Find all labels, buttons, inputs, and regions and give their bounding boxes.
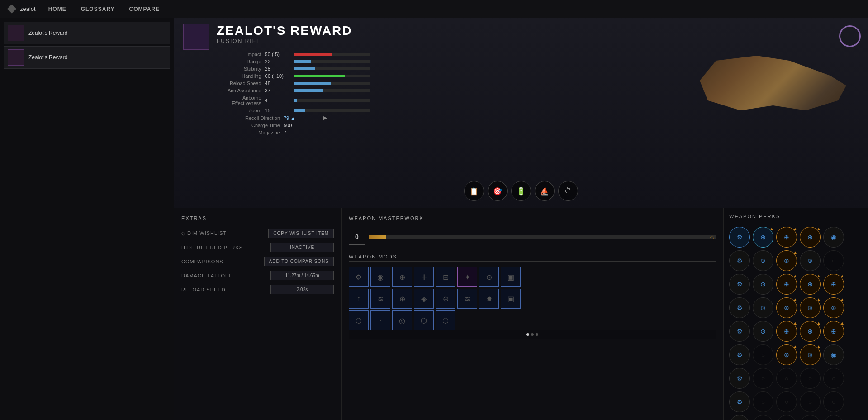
perk-1-3[interactable]: ⊕ [800,250,821,271]
stat-value-impact: 50 (-5) [265,52,290,57]
mod-slot-5[interactable]: ✦ [457,267,477,287]
mod-slot-17[interactable]: · [370,310,390,330]
nav-glossary[interactable]: GLOSSARY [79,6,117,12]
perk-5-1[interactable]: ○ [753,344,773,365]
perk-4-0[interactable]: ⚙ [729,321,750,342]
perk-2-3[interactable]: ⊕▲ [800,274,821,295]
perk-6-0[interactable]: ⚙ [729,368,750,389]
mod-slot-7[interactable]: ▣ [501,267,521,287]
nav-home[interactable]: HOME [47,6,68,12]
bottom-icon-ship[interactable]: ⛵ [535,181,555,201]
perk-2-4[interactable]: ⊕▲ [823,274,844,295]
dot-0 [526,333,529,336]
stat-row-stability: Stability 28 [217,66,370,72]
perk-3-0[interactable]: ⚙ [729,297,750,318]
stat-row-reload: Reload Speed 48 [217,81,370,86]
bottom-icon-clock[interactable]: ⏱ [558,181,578,201]
mod-slot-12[interactable]: ⊕ [436,289,455,309]
masterwork-bar-end-icon: ◇ [710,234,714,240]
perk-5-0[interactable]: ⚙ [729,344,750,365]
mod-slot-19[interactable]: ⬡ [414,310,434,330]
perk-3-4[interactable]: ⊕▲ [823,297,844,318]
perk-0-1[interactable]: ⊕▲ [753,227,773,248]
perk-7-4[interactable]: ○ [823,391,844,412]
perk-7-1[interactable]: ○ [753,391,773,412]
sidebar-thumb-1 [8,49,24,66]
mod-slot-14[interactable]: ✸ [479,289,499,309]
perk-4-4[interactable]: ⊕▲ [823,321,844,342]
masterwork-bar[interactable]: ◇ [369,235,716,239]
stat-label-stability: Stability [217,66,261,72]
perk-7-0[interactable]: ⚙ [729,391,750,412]
stat-fill-aim [294,89,323,92]
bottom-icon-notes[interactable]: 📋 [464,181,484,201]
perk-0-3[interactable]: ⊕▲ [800,227,821,248]
add-to-comparisons-button[interactable]: ADD TO COMPARISONS [264,257,334,266]
perk-0-0[interactable]: ⚙ [729,227,750,248]
perk-1-1[interactable]: ⊙ [753,250,773,271]
perk-5-3[interactable]: ⊕▲ [800,344,821,365]
perk-3-1[interactable]: ⊙ [753,297,773,318]
mod-slot-0[interactable]: ⚙ [349,267,369,287]
perk-6-4[interactable]: ○ [823,368,844,389]
stat-row-handling: Handling 66 (+10) [217,73,370,79]
mod-slot-3[interactable]: ✛ [414,267,434,287]
stat-value-airborne: 4 [265,98,290,103]
mod-slot-18[interactable]: ◎ [392,310,412,330]
mod-slot-6[interactable]: ⊙ [479,267,499,287]
sidebar: Zealot's Reward Zealot's Reward [0,18,174,420]
stat-bar-stability [294,67,370,70]
mod-slot-11[interactable]: ◈ [414,289,434,309]
perk-1-2[interactable]: ⊕▲ [776,250,797,271]
sidebar-item-1[interactable]: Zealot's Reward [4,46,170,69]
perk-2-2[interactable]: ⊕▲ [776,274,797,295]
masterwork-bar-row: 0 ◇ [349,229,716,245]
mod-slot-1[interactable]: ◉ [370,267,390,287]
masterwork-circle [839,25,861,47]
perks-grid: ⚙ ⊕▲ ⊕▲ ⊕▲ ◉ ⚙ ⊙ ⊕▲ ⊕ ○ ⚙ ⊙ ⊕▲ ⊕▲ ⊕▲ [729,227,863,420]
mod-slot-13[interactable]: ≋ [457,289,477,309]
perk-6-1[interactable]: ○ [753,368,773,389]
nav-compare[interactable]: COMPARE [128,6,161,12]
mod-slot-8[interactable]: ↑ [349,289,369,309]
bottom-icon-target[interactable]: 🎯 [488,181,508,201]
perk-6-3[interactable]: ○ [800,368,821,389]
mod-slot-16[interactable]: ⬡ [349,310,369,330]
perk-8-0[interactable]: ⚙ [729,415,750,420]
perk-7-3[interactable]: ○ [800,391,821,412]
perk-3-3[interactable]: ⊕▲ [800,297,821,318]
perk-5-2[interactable]: ⊕▲ [776,344,797,365]
perk-4-3[interactable]: ⊕▲ [800,321,821,342]
perk-2-1[interactable]: ⊙ [753,274,773,295]
perk-8-4[interactable]: ○ [823,415,844,420]
perk-0-2[interactable]: ⊕▲ [776,227,797,248]
perk-7-2[interactable]: ○ [776,391,797,412]
mod-slot-2[interactable]: ⊕ [392,267,412,287]
inactive-button[interactable]: INACTIVE [270,243,334,252]
extras-panel: EXTRAS ◇ DIM WISHLIST COPY WISHLIST ITEM… [174,208,342,420]
perk-5-4[interactable]: ◉ [823,344,844,365]
mod-slot-4[interactable]: ⊞ [436,267,455,287]
stat-value-handling: 66 (+10) [265,73,290,79]
sidebar-item-0[interactable]: Zealot's Reward [4,22,170,44]
perk-8-1[interactable]: ○ [753,415,773,420]
perk-3-2[interactable]: ⊕▲ [776,297,797,318]
perk-1-4[interactable]: ○ [823,250,844,271]
stat-label-range: Range [217,59,261,64]
perk-2-0[interactable]: ⚙ [729,274,750,295]
perk-4-1[interactable]: ⊙ [753,321,773,342]
bottom-icon-battery[interactable]: 🔋 [511,181,531,201]
mod-slot-9[interactable]: ≋ [370,289,390,309]
mod-slot-15[interactable]: ▣ [501,289,521,309]
mod-slot-10[interactable]: ⊕ [392,289,412,309]
perk-4-2[interactable]: ⊕▲ [776,321,797,342]
perk-8-3[interactable]: ○ [800,415,821,420]
mod-slot-20[interactable]: ⬡ [436,310,455,330]
perk-0-4[interactable]: ◉ [823,227,844,248]
stat-row-charge: Charge Time 500 [217,123,370,128]
copy-wishlist-button[interactable]: COPY WISHLIST ITEM [268,229,334,238]
perk-6-2[interactable]: ○ [776,368,797,389]
perk-1-0[interactable]: ⚙ [729,250,750,271]
stat-bar-aim [294,89,370,92]
perk-8-2[interactable]: ○ [776,415,797,420]
